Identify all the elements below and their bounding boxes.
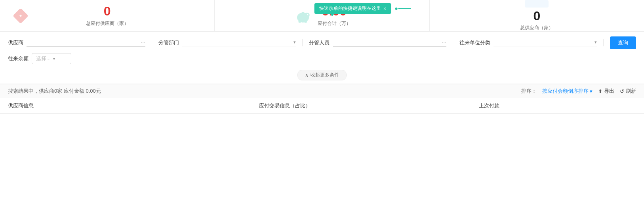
stat-total-payable-amount: 0.00 应付合计（万） 快速录单的快捷键说明在这里 ×	[215, 0, 429, 31]
unit-category-label: 往来单位分类	[459, 39, 490, 46]
filter-row-2: 往来余额 选择... ▾	[8, 53, 636, 64]
supplier-more-icon[interactable]: ···	[141, 39, 145, 46]
department-chevron-icon[interactable]: ▾	[293, 40, 296, 45]
unit-category-input-area: ▾	[493, 39, 597, 46]
results-actions: 排序： 按应付会额倒序排序 ▾ ⬆ 导出 ↺ 刷新	[521, 88, 636, 95]
person-more-icon[interactable]: ···	[442, 39, 446, 46]
col-transaction-header: 应付交易信息（占比）	[259, 102, 479, 109]
balance-placeholder: 选择...	[36, 55, 51, 62]
diamond-icon: ★	[12, 7, 29, 25]
query-button[interactable]: 查询	[610, 36, 636, 49]
filter-bar: 供应商 ··· 分管部门 ▾ 分管人员 ··· 往来单位分类	[0, 32, 644, 84]
stat-payable-suppliers-label: 总应付供应商（家）	[86, 20, 129, 27]
svg-point-5	[304, 21, 307, 23]
filter-balance: 往来余额 选择... ▾	[8, 53, 78, 64]
export-label: 导出	[604, 88, 614, 95]
person-input[interactable]	[333, 39, 440, 45]
department-input-area: ▾	[182, 39, 296, 46]
balance-chevron-icon: ▾	[53, 57, 55, 61]
col-payment-header: 上次付款	[479, 102, 636, 109]
table-header: 供应商信息 应付交易信息（占比） 上次付款	[0, 98, 644, 114]
filter-unit-category: 往来单位分类 ▾	[453, 39, 604, 46]
department-input[interactable]	[182, 39, 292, 45]
stat-total-suppliers-value: 0	[533, 9, 540, 23]
balance-select[interactable]: 选择... ▾	[32, 53, 71, 64]
results-summary: 搜索结果中，供应商0家 应付金额 0.00元	[8, 88, 101, 95]
stat-total-suppliers-label: 总供应商（家）	[520, 25, 553, 31]
supplier-input[interactable]	[27, 39, 139, 45]
stats-bar: ★ 0 总应付供应商（家） 0.00 应付合计（万） 快速录单的快捷键说明在这	[0, 0, 644, 32]
collapse-arrow-icon: ∧	[305, 72, 309, 78]
tooltip-bubble: 快速录单的快捷键说明在这里 ×	[314, 3, 391, 14]
refresh-button[interactable]: ↺ 刷新	[620, 88, 636, 95]
refresh-icon: ↺	[620, 88, 624, 94]
sort-chevron-icon: ▾	[590, 88, 593, 94]
tooltip-dot	[394, 7, 398, 11]
collapse-button[interactable]: ∧ 收起更多条件	[297, 70, 347, 80]
svg-point-4	[298, 21, 301, 23]
supplier-label: 供应商	[8, 39, 23, 46]
export-button[interactable]: ⬆ 导出	[598, 88, 614, 95]
collapse-label: 收起更多条件	[311, 72, 339, 78]
collapse-bar: ∧ 收起更多条件	[8, 67, 636, 84]
svg-point-3	[304, 12, 309, 17]
unit-category-input[interactable]	[493, 39, 593, 45]
results-bar: 搜索结果中，供应商0家 应付金额 0.00元 排序： 按应付会额倒序排序 ▾ ⬆…	[0, 84, 644, 98]
sort-value-text: 按应付会额倒序排序	[542, 88, 589, 95]
department-label: 分管部门	[158, 39, 179, 46]
piggy-icon	[293, 6, 313, 26]
person-label: 分管人员	[309, 39, 330, 46]
unit-category-chevron-icon[interactable]: ▾	[594, 40, 597, 45]
stat-total-suppliers: 0 总供应商（家）	[430, 0, 644, 31]
tooltip-close-btn[interactable]: ×	[383, 6, 387, 11]
svg-rect-7	[302, 12, 305, 13]
tooltip-text: 快速录单的快捷键说明在这里	[319, 5, 381, 12]
col-supplier-header: 供应商信息	[8, 102, 259, 109]
filter-row-1: 供应商 ··· 分管部门 ▾ 分管人员 ··· 往来单位分类	[8, 36, 636, 49]
filter-person: 分管人员 ···	[303, 39, 453, 47]
supplier-input-area: ···	[27, 39, 145, 47]
sort-label: 排序：	[521, 88, 537, 95]
person-input-area: ···	[333, 39, 446, 47]
filter-supplier: 供应商 ···	[8, 39, 152, 47]
export-icon: ⬆	[598, 88, 602, 94]
stat-total-payable-suppliers: ★ 0 总应付供应商（家）	[0, 0, 215, 31]
table-body	[0, 114, 644, 204]
svg-point-6	[307, 14, 308, 15]
stat-payable-amount-label: 应付合计（万）	[318, 20, 351, 27]
balance-label: 往来余额	[8, 55, 29, 62]
svg-text:★: ★	[19, 13, 22, 17]
refresh-label: 刷新	[626, 88, 636, 95]
filter-department: 分管部门 ▾	[152, 39, 303, 46]
supplier-image-placeholder	[525, 0, 549, 8]
stat-payable-suppliers-value: 0	[104, 4, 111, 18]
sort-value[interactable]: 按应付会额倒序排序 ▾	[542, 88, 593, 95]
